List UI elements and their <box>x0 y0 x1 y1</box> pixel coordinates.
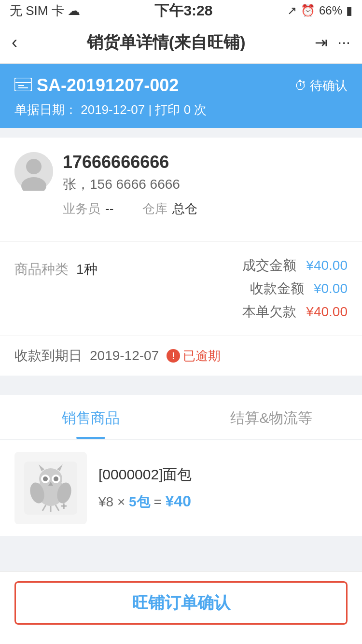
overdue-badge: ! 已逾期 <box>167 348 221 364</box>
transaction-row: 成交金额 ¥40.00 <box>242 256 348 275</box>
goods-type: 商品种类 1种 <box>14 256 97 279</box>
page-title: 销货单详情(来自旺铺) <box>87 31 246 54</box>
nav-bar: ‹ 销货单详情(来自旺铺) ⇥ ··· <box>0 21 362 64</box>
transaction-label: 成交金额 <box>242 256 296 275</box>
overdue-icon: ! <box>167 349 180 363</box>
sales-meta: 业务员 -- <box>63 200 113 217</box>
debt-value: ¥40.00 <box>306 304 348 320</box>
print-count: 0 <box>184 102 191 117</box>
due-date-value: 2019-12-07 <box>90 348 159 364</box>
signal-icon: ↗ <box>287 4 297 17</box>
confirm-order-button[interactable]: 旺铺订单确认 <box>14 581 348 625</box>
product-price: ¥8 × 5包 = ¥40 <box>98 492 348 511</box>
status-text: 待确认 <box>310 77 348 94</box>
price-equals: = <box>153 494 165 509</box>
share-icon[interactable]: ⇥ <box>315 33 328 52</box>
tab-settlement-label: 结算&物流等 <box>230 410 312 426</box>
svg-rect-0 <box>14 78 32 91</box>
order-header: SA-20191207-002 ⏱ 待确认 单据日期： 2019-12-07 |… <box>0 64 362 128</box>
tabs: 销售商品 结算&物流等 <box>0 395 362 439</box>
tab-sales-label: 销售商品 <box>62 410 120 426</box>
clock-icon: ⏱ <box>294 78 307 93</box>
status-left: 无 SIM 卡 ☁ <box>10 2 80 19</box>
separator-1 <box>0 376 362 385</box>
customer-info-row: 17666666666 张，156 6666 6666 业务员 -- 仓库 总仓 <box>14 152 348 217</box>
product-info: [0000002]面包 ¥8 × 5包 = ¥40 <box>98 465 348 511</box>
customer-section: 17666666666 张，156 6666 6666 业务员 -- 仓库 总仓 <box>0 138 362 241</box>
avatar <box>14 152 53 191</box>
warehouse-meta: 仓库 总仓 <box>142 200 197 217</box>
order-date-line: 单据日期： 2019-12-07 | 打印 0 次 <box>14 101 348 118</box>
svg-point-14 <box>43 476 48 481</box>
price-total: ¥40 <box>166 492 191 510</box>
status-time: 下午3:28 <box>154 1 212 21</box>
battery-level: 66% <box>319 4 342 17</box>
svg-point-15 <box>54 476 58 481</box>
status-bar: 无 SIM 卡 ☁ 下午3:28 ↗ ⏰ 66% ▮ <box>0 0 362 21</box>
goods-type-value: 1种 <box>76 260 97 279</box>
tab-settlement[interactable]: 结算&物流等 <box>181 395 362 439</box>
svg-text:+: + <box>61 500 67 512</box>
price-multiply: × <box>117 494 129 509</box>
customer-phone: 17666666666 <box>63 152 348 172</box>
due-date-section: 收款到期日 2019-12-07 ! 已逾期 <box>0 336 362 376</box>
back-button[interactable]: ‹ <box>12 32 17 53</box>
stats-section: 商品种类 1种 成交金额 ¥40.00 收款金额 ¥0.00 本单欠款 ¥40.… <box>0 241 362 336</box>
product-section: + [0000002]面包 ¥8 × 5包 = ¥40 <box>0 440 362 536</box>
transaction-value: ¥40.00 <box>306 258 348 273</box>
payment-label: 收款金额 <box>250 280 304 298</box>
warehouse-value: 总仓 <box>172 200 197 217</box>
sim-status: 无 SIM 卡 ☁ <box>10 2 80 19</box>
price-unit: ¥8 <box>98 494 113 509</box>
battery-icon: ▮ <box>346 4 352 17</box>
order-icon <box>14 75 32 96</box>
order-number: SA-20191207-002 <box>37 75 179 96</box>
warehouse-label: 仓库 <box>142 200 167 217</box>
product-item: + [0000002]面包 ¥8 × 5包 = ¥40 <box>14 452 348 524</box>
order-header-top: SA-20191207-002 ⏱ 待确认 <box>14 75 348 96</box>
nav-actions: ⇥ ··· <box>315 33 350 52</box>
product-image: + <box>14 452 87 524</box>
goods-type-label: 商品种类 <box>14 260 69 279</box>
print-separator: | 打印 <box>148 102 183 117</box>
amount-stats: 成交金额 ¥40.00 收款金额 ¥0.00 本单欠款 ¥40.00 <box>242 256 348 321</box>
debt-label: 本单欠款 <box>242 303 296 321</box>
order-id: SA-20191207-002 <box>14 75 179 96</box>
order-date: 2019-12-07 <box>81 102 145 117</box>
payment-row: 收款金额 ¥0.00 <box>250 280 348 298</box>
tab-sales[interactable]: 销售商品 <box>0 395 181 439</box>
status-right: ↗ ⏰ 66% ▮ <box>287 4 352 17</box>
bottom-bar: 旺铺订单确认 <box>0 571 362 644</box>
overdue-text: 已逾期 <box>183 348 221 364</box>
debt-row: 本单欠款 ¥40.00 <box>242 303 348 321</box>
print-unit: 次 <box>194 102 207 117</box>
payment-value: ¥0.00 <box>314 281 348 296</box>
due-date-label: 收款到期日 <box>14 347 82 365</box>
svg-point-5 <box>26 159 42 174</box>
price-quantity: 5包 <box>129 494 150 509</box>
more-icon[interactable]: ··· <box>337 33 350 51</box>
confirm-button-label: 旺铺订单确认 <box>132 592 230 614</box>
order-status: ⏱ 待确认 <box>294 77 348 94</box>
sales-value: -- <box>105 201 113 216</box>
customer-details: 17666666666 张，156 6666 6666 业务员 -- 仓库 总仓 <box>63 152 348 217</box>
alarm-icon: ⏰ <box>301 4 315 17</box>
customer-meta: 业务员 -- 仓库 总仓 <box>63 200 348 217</box>
product-name: [0000002]面包 <box>98 465 348 485</box>
date-label: 单据日期： <box>14 102 77 117</box>
customer-name: 张，156 6666 6666 <box>63 175 348 194</box>
sales-label: 业务员 <box>63 200 100 217</box>
